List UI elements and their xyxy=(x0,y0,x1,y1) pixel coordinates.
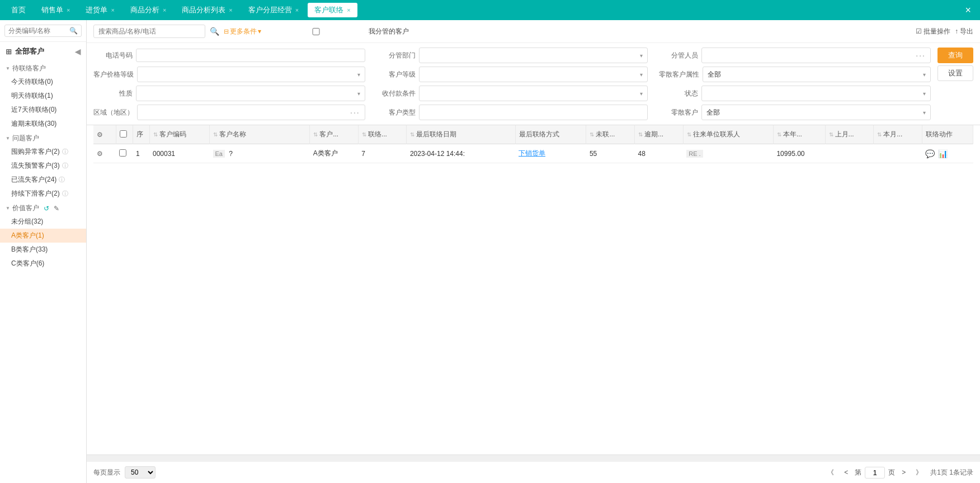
dept-select[interactable]: ▾ xyxy=(419,48,648,63)
query-button[interactable]: 查询 xyxy=(937,48,973,63)
sidebar-item-b-class[interactable]: B类客户(33) xyxy=(0,243,86,257)
payment-select[interactable]: ▾ xyxy=(419,86,648,101)
uncontacted-cell: 55 xyxy=(586,144,635,163)
retail-attr-label: 零散客户属性 xyxy=(659,70,699,79)
overdue-value: 48 xyxy=(638,150,646,158)
th-name: ⇅ 客户名称 xyxy=(210,125,310,144)
action-btns: ☑ 批量操作 ↑ 导出 xyxy=(916,27,973,36)
group-problem-label: 问题客户 xyxy=(12,134,39,143)
sidebar-item-c-class[interactable]: C类客户(6) xyxy=(0,257,86,271)
payment-label: 收付款条件 xyxy=(376,89,416,98)
row-checkbox[interactable] xyxy=(119,149,126,157)
sidebar-item-churn-warn[interactable]: 流失预警客户(3) ⓘ xyxy=(0,159,86,173)
churn-warn-label: 流失预警客户(3) xyxy=(11,161,60,171)
nav-analysis-list[interactable]: 商品分析列表 × xyxy=(175,3,239,17)
sidebar-group-pending[interactable]: ▼ 待联络客户 xyxy=(0,61,86,75)
price-level-label: 客户价格等级 xyxy=(93,70,134,79)
row-action-btns: 💬 📊 xyxy=(925,149,969,158)
name-suffix: ? xyxy=(229,150,233,158)
nav-customer-segment-label: 客户分层经营 xyxy=(248,5,292,15)
nav-home[interactable]: 首页 xyxy=(4,3,32,17)
a-class-label: A类客户(1) xyxy=(11,231,44,240)
nav-customer-segment[interactable]: 客户分层经营 × xyxy=(242,3,305,17)
refresh-icon[interactable]: ↺ xyxy=(44,205,49,212)
sidebar-group-problem[interactable]: ▼ 问题客户 xyxy=(0,131,86,145)
chevron-down-icon: ▾ xyxy=(258,27,261,35)
nav-analysis-list-close[interactable]: × xyxy=(229,7,232,13)
sidebar-collapse-icon[interactable]: ◀ xyxy=(75,48,81,56)
sidebar-item-a-class[interactable]: A类客户(1) xyxy=(0,229,86,243)
my-customers-checkbox-label[interactable]: 我分管的客户 xyxy=(266,27,409,36)
retail-select[interactable]: 全部 ▾ xyxy=(701,105,931,120)
sidebar-search-icon[interactable]: 🔍 xyxy=(69,27,78,35)
my-customers-checkbox[interactable] xyxy=(266,28,366,35)
nav-sales-close[interactable]: × xyxy=(67,7,70,13)
window-close-button[interactable]: × xyxy=(960,4,976,16)
search-button[interactable]: 🔍 xyxy=(210,27,219,36)
nav-analysis-list-label: 商品分析列表 xyxy=(182,5,225,15)
search-input[interactable] xyxy=(93,25,205,38)
person-select[interactable]: ··· xyxy=(701,48,931,63)
this-month-cell xyxy=(874,144,922,163)
message-action-icon[interactable]: 💬 xyxy=(925,149,935,158)
sidebar-item-today[interactable]: 今天待联络(0) xyxy=(0,75,86,89)
sidebar-group-value[interactable]: ▼ 价值客户 ↺ ✎ xyxy=(0,201,86,215)
select-all-checkbox[interactable] xyxy=(120,130,127,138)
last-method-cell: 下销货单 xyxy=(515,144,586,163)
sidebar-item-tomorrow[interactable]: 明天待联络(1) xyxy=(0,89,86,103)
page-number-input[interactable] xyxy=(865,467,885,479)
sidebar-item-churned[interactable]: 已流失客户(24) ⓘ xyxy=(0,173,86,187)
nav-purchase-close[interactable]: × xyxy=(111,7,114,13)
prev-page-btn[interactable]: < xyxy=(841,467,851,477)
th-contact-count: ⇅ 联络... xyxy=(358,125,407,144)
sidebar-item-7days[interactable]: 近7天待联络(0) xyxy=(0,103,86,117)
price-level-select[interactable]: ▾ xyxy=(137,67,365,82)
nav-purchase-label: 进货单 xyxy=(86,5,107,15)
sort-icon-this-month: ⇅ xyxy=(877,131,882,138)
export-label: 导出 xyxy=(960,27,973,36)
export-btn[interactable]: ↑ 导出 xyxy=(955,27,973,36)
phone-input[interactable] xyxy=(136,49,365,62)
nav-customer-contact-label: 客户联络 xyxy=(314,5,343,15)
row-gear-icon[interactable]: ⚙ xyxy=(97,150,103,158)
cust-level-select[interactable]: ▾ xyxy=(419,67,648,82)
nav-customer-segment-close[interactable]: × xyxy=(295,7,299,13)
cust-type-select[interactable] xyxy=(419,105,648,120)
name-avatar: Ea xyxy=(213,150,225,158)
th-contact-person: ⇅ 往来单位联系人 xyxy=(683,125,773,144)
sidebar-item-hoard[interactable]: 囤购异常客户(2) ⓘ xyxy=(0,145,86,159)
filter-phone: 电话号码 xyxy=(93,49,365,62)
batch-op-btn[interactable]: ☑ 批量操作 xyxy=(916,27,950,36)
last-page-btn[interactable]: 》 xyxy=(912,467,926,479)
triangle-icon-3: ▼ xyxy=(6,206,10,211)
per-page-select[interactable]: 50 20 100 xyxy=(125,466,156,479)
status-select[interactable]: ▾ xyxy=(701,86,931,101)
nature-select[interactable]: ▾ xyxy=(136,86,365,101)
more-conditions-btn[interactable]: ⊟ 更多条件 ▾ xyxy=(224,27,261,36)
nav-analysis[interactable]: 商品分析 × xyxy=(124,3,173,17)
settings-button[interactable]: 设置 xyxy=(937,65,973,81)
gear-icon[interactable]: ⚙ xyxy=(97,131,103,139)
edit-icon[interactable]: ✎ xyxy=(54,205,59,212)
nav-customer-contact-close[interactable]: × xyxy=(347,7,350,13)
payment-chevron-icon: ▾ xyxy=(640,91,643,97)
sidebar-item-declining[interactable]: 持续下滑客户(2) ⓘ xyxy=(0,187,86,201)
horizontal-scrollbar[interactable] xyxy=(87,454,980,461)
nav-sales[interactable]: 销售单 × xyxy=(35,3,77,17)
cust-level-label: 客户等级 xyxy=(376,70,416,79)
sidebar-item-overdue[interactable]: 逾期未联络(30) xyxy=(0,117,86,131)
chart-action-icon[interactable]: 📊 xyxy=(938,149,948,158)
nav-purchase[interactable]: 进货单 × xyxy=(79,3,121,17)
status-chevron-icon: ▾ xyxy=(923,91,926,97)
this-year-cell: 10995.00 xyxy=(773,144,825,163)
nav-customer-contact[interactable]: 客户联络 × xyxy=(308,3,357,17)
sort-icon-contact: ⇅ xyxy=(362,131,366,138)
next-page-btn[interactable]: > xyxy=(898,467,909,477)
region-select[interactable]: ··· xyxy=(137,105,365,120)
first-page-btn[interactable]: 《 xyxy=(824,467,837,479)
nav-analysis-close[interactable]: × xyxy=(163,7,166,13)
filter-retail-attr: 零散客户属性 全部 ▾ xyxy=(659,67,931,82)
retail-attr-select[interactable]: 全部 ▾ xyxy=(703,67,931,82)
sidebar-item-ungroup[interactable]: 未分组(32) xyxy=(0,215,86,229)
last-method-link[interactable]: 下销货单 xyxy=(519,149,545,157)
